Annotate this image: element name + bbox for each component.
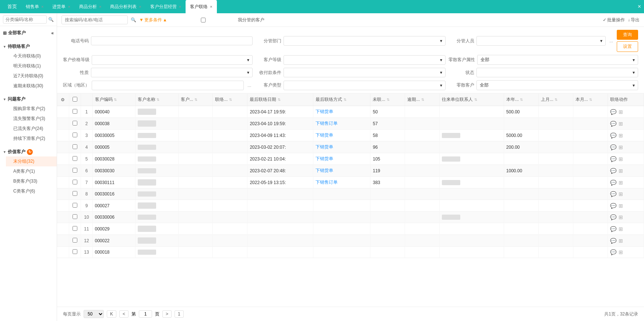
th-last-contact-way[interactable]: 最后联络方式 ⇅ bbox=[313, 94, 370, 106]
td-checkbox[interactable] bbox=[69, 118, 81, 130]
td-checkbox[interactable] bbox=[69, 165, 81, 177]
more-action-icon[interactable]: ⊞ bbox=[619, 109, 623, 115]
close-product-analysis-list-tab[interactable]: × bbox=[139, 4, 141, 9]
td-checkbox[interactable] bbox=[69, 235, 81, 247]
th-overdue[interactable]: 逾期... ⇅ bbox=[405, 94, 440, 106]
comment-action-icon[interactable]: 💬 bbox=[610, 180, 616, 186]
search-input[interactable] bbox=[61, 15, 128, 24]
sidebar-item-ungrouped[interactable]: 末分组(32) bbox=[6, 156, 57, 166]
th-type[interactable]: 客户... ⇅ bbox=[178, 94, 213, 106]
batch-operation-button[interactable]: ✓ 批量操作 bbox=[603, 17, 625, 23]
more-action-icon[interactable]: ⊞ bbox=[619, 249, 623, 255]
filter-nature-select[interactable]: ▾ bbox=[91, 68, 253, 77]
close-customer-layering-tab[interactable]: × bbox=[179, 4, 181, 9]
tab-customer-layering[interactable]: 客户分层经营 × bbox=[146, 0, 186, 13]
th-this-month[interactable]: 本月... ⇅ bbox=[573, 94, 608, 106]
filter-price-level-select[interactable]: ▾ bbox=[92, 55, 253, 65]
comment-action-icon[interactable]: 💬 bbox=[610, 133, 616, 138]
td-checkbox[interactable] bbox=[69, 130, 81, 141]
problem-customer-title[interactable]: ▼ 问题客户 bbox=[0, 94, 57, 104]
more-action-icon[interactable]: ⊞ bbox=[619, 191, 623, 197]
close-purchase-order-tab[interactable]: × bbox=[68, 4, 70, 9]
sidebar-item-class-a[interactable]: A类客户(1) bbox=[6, 166, 57, 176]
th-this-year[interactable]: 本年... ⇅ bbox=[504, 94, 538, 106]
th-not-contacted[interactable]: 未联... ⇅ bbox=[370, 94, 405, 106]
page-size-select[interactable]: 50 20 100 bbox=[84, 310, 104, 318]
value-customer-title[interactable]: ▼ 价值客户 ↻ bbox=[0, 147, 57, 156]
page-number-input[interactable] bbox=[139, 310, 152, 318]
td-checkbox[interactable] bbox=[69, 247, 81, 258]
th-last-contact-date[interactable]: 最后联络日期 ⇅ bbox=[247, 94, 313, 106]
last-page-button[interactable]: 1 bbox=[175, 310, 184, 318]
th-settings[interactable]: ⚙ bbox=[57, 94, 69, 106]
tab-sales-order[interactable]: 销售单 × bbox=[21, 0, 48, 13]
manager-ellipsis[interactable]: ... bbox=[608, 38, 615, 43]
td-checkbox[interactable] bbox=[69, 200, 81, 212]
more-action-icon[interactable]: ⊞ bbox=[619, 214, 623, 220]
select-all-checkbox[interactable] bbox=[73, 97, 77, 102]
filter-status-select[interactable]: ▾ bbox=[476, 68, 638, 77]
filter-phone-input[interactable] bbox=[91, 36, 253, 45]
contact-way-link[interactable]: 下销货单 bbox=[316, 144, 333, 149]
my-customers-checkbox-label[interactable]: 我分管的客户 bbox=[170, 17, 264, 23]
row-checkbox[interactable] bbox=[73, 156, 77, 161]
more-conditions-button[interactable]: ▼ 更多条件 ▲ bbox=[139, 17, 167, 23]
comment-action-icon[interactable]: 💬 bbox=[610, 226, 616, 232]
contact-way-link[interactable]: 下销售订单 bbox=[316, 180, 338, 185]
tab-product-analysis-list[interactable]: 商品分析列表 × bbox=[106, 0, 145, 13]
filter-retail-attr-select[interactable]: 全部▾ bbox=[477, 55, 638, 65]
td-checkbox[interactable] bbox=[69, 177, 81, 188]
close-product-analysis-tab[interactable]: × bbox=[99, 4, 101, 9]
sidebar-item-churned[interactable]: 已流失客户(24) bbox=[6, 124, 57, 134]
td-last-contact-way[interactable] bbox=[313, 223, 370, 235]
comment-action-icon[interactable]: 💬 bbox=[610, 191, 616, 197]
first-page-button[interactable]: K bbox=[107, 310, 116, 318]
more-action-icon[interactable]: ⊞ bbox=[619, 133, 623, 138]
tab-product-analysis[interactable]: 商品分析 × bbox=[75, 0, 106, 13]
td-last-contact-way[interactable] bbox=[313, 200, 370, 212]
more-action-icon[interactable]: ⊞ bbox=[619, 168, 623, 174]
comment-action-icon[interactable]: 💬 bbox=[610, 238, 616, 244]
contact-way-link[interactable]: 下销货单 bbox=[316, 109, 333, 114]
row-checkbox[interactable] bbox=[73, 191, 77, 196]
sidebar-item-declining[interactable]: 持续下滑客户(2) bbox=[6, 134, 57, 144]
filter-retail-customer-select[interactable]: 全部▾ bbox=[476, 80, 638, 90]
filter-customer-type-select[interactable]: ▾ bbox=[284, 81, 445, 90]
tab-purchase-order[interactable]: 进货单 × bbox=[48, 0, 74, 13]
th-contact[interactable]: 联络... ⇅ bbox=[213, 94, 247, 106]
more-action-icon[interactable]: ⊞ bbox=[619, 203, 623, 209]
contact-way-link[interactable]: 下销货单 bbox=[316, 168, 333, 173]
my-customers-checkbox[interactable] bbox=[170, 18, 236, 22]
filter-payment-term-select[interactable]: ▾ bbox=[284, 68, 445, 77]
td-checkbox[interactable] bbox=[69, 153, 81, 165]
td-last-contact-way[interactable]: 下销货单 bbox=[313, 106, 370, 118]
sidebar-search-icon[interactable]: 🔍 bbox=[48, 17, 54, 22]
th-name[interactable]: 客户名称 ⇅ bbox=[136, 94, 179, 106]
search-button[interactable]: 🔍 bbox=[131, 17, 136, 22]
sidebar-item-today-pending[interactable]: 今天待联络(0) bbox=[6, 51, 57, 61]
comment-action-icon[interactable]: 💬 bbox=[610, 121, 616, 127]
row-checkbox[interactable] bbox=[73, 180, 77, 184]
comment-action-icon[interactable]: 💬 bbox=[610, 156, 616, 162]
row-checkbox[interactable] bbox=[73, 109, 77, 114]
home-tab[interactable]: 首页 bbox=[3, 3, 21, 10]
more-action-icon[interactable]: ⊞ bbox=[619, 121, 623, 127]
tab-customer-contact[interactable]: 客户联络 × bbox=[186, 0, 217, 13]
close-customer-contact-tab[interactable]: × bbox=[210, 4, 212, 9]
row-checkbox[interactable] bbox=[73, 133, 77, 137]
row-checkbox[interactable] bbox=[73, 249, 77, 254]
comment-action-icon[interactable]: 💬 bbox=[610, 168, 616, 174]
td-last-contact-way[interactable] bbox=[313, 188, 370, 200]
td-last-contact-way[interactable]: 下销货单 bbox=[313, 153, 370, 165]
more-action-icon[interactable]: ⊞ bbox=[619, 226, 623, 232]
table-settings-icon[interactable]: ⚙ bbox=[61, 97, 65, 102]
reset-button-panel[interactable]: 设置 bbox=[617, 41, 638, 52]
td-last-contact-way[interactable]: 下销货单 bbox=[313, 165, 370, 177]
td-last-contact-way[interactable]: 下销货单 bbox=[313, 130, 370, 141]
td-checkbox[interactable] bbox=[69, 188, 81, 200]
sidebar-item-overdue-pending[interactable]: 逾期未联络(30) bbox=[6, 81, 57, 91]
th-code[interactable]: 客户编码 ⇅ bbox=[92, 94, 136, 106]
search-button-panel[interactable]: 查询 bbox=[617, 30, 638, 40]
td-last-contact-way[interactable]: 下销货单 bbox=[313, 141, 370, 153]
next-page-button[interactable]: > bbox=[162, 310, 172, 318]
